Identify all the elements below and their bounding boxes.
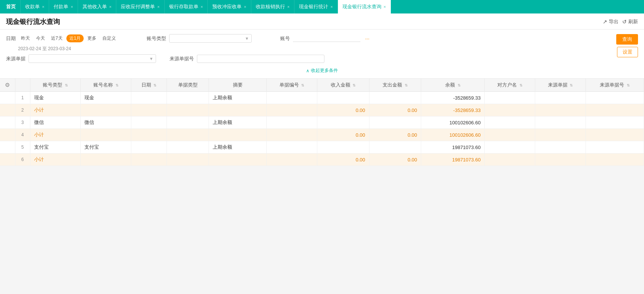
cell-account-name xyxy=(81,129,131,141)
close-ar-adjust-icon[interactable]: × xyxy=(157,4,159,9)
col-expense[interactable]: 支出金额 ⇅ xyxy=(369,79,421,92)
cell-income xyxy=(317,92,369,104)
close-bank-flow-icon[interactable]: × xyxy=(384,4,386,9)
cell-source-doc xyxy=(535,141,586,154)
col-settings[interactable]: ⚙ xyxy=(0,79,15,92)
source-doc-select[interactable]: ▾ xyxy=(29,54,156,63)
date-1month[interactable]: 近1月 xyxy=(66,34,84,42)
page-header: 现金银行流水查询 ↗ 导出 ↺ 刷新 xyxy=(0,13,644,30)
account-type-select[interactable]: ▾ xyxy=(169,34,252,43)
account-no-label: 账号 xyxy=(280,35,290,42)
source-doc-no-label: 来源单据号 xyxy=(170,55,194,62)
table-row[interactable]: 5支付宝支付宝上期余额19871073.60 xyxy=(0,141,644,154)
cell-source-doc-no xyxy=(586,92,644,104)
col-date[interactable]: 日期 ⇅ xyxy=(131,79,167,92)
cell-summary xyxy=(209,154,267,166)
cell-settings xyxy=(0,154,15,166)
cell-counterpart xyxy=(485,116,535,129)
cell-summary: 上期余额 xyxy=(209,141,267,154)
col-income[interactable]: 收入金额 ⇅ xyxy=(317,79,369,92)
col-doc-no[interactable]: 单据编号 ⇅ xyxy=(267,79,317,92)
cell-summary xyxy=(209,129,267,141)
collapse-bar[interactable]: ∧ 收起更多条件 xyxy=(6,66,638,75)
close-bank-deposit-icon[interactable]: × xyxy=(201,4,203,9)
collapse-arrow-icon: ∧ xyxy=(306,68,309,73)
close-write-off-icon[interactable]: × xyxy=(287,4,290,9)
nav-other-income[interactable]: 其他收入单 × xyxy=(78,0,116,13)
col-source-doc[interactable]: 来源单据 ⇅ xyxy=(535,79,586,92)
nav-home[interactable]: 首页 xyxy=(2,0,21,13)
refresh-button[interactable]: ↺ 刷新 xyxy=(622,18,638,25)
filter-area: 日期 昨天 今天 近7天 近1月 更多 自定义 账号类型 ▾ xyxy=(0,30,644,79)
nav-bank-flow[interactable]: 现金银行流水查询 × xyxy=(338,0,391,13)
cell-doc-no xyxy=(267,104,317,116)
nav-ar-adjust[interactable]: 应收应付调整单 × xyxy=(116,0,164,13)
query-button[interactable]: 查询 xyxy=(616,34,638,45)
close-bank-stats-icon[interactable]: × xyxy=(330,4,333,9)
cell-income: 0.00 xyxy=(317,154,369,166)
col-account-name[interactable]: 账号名称 ⇅ xyxy=(81,79,131,92)
source-doc-no-group: 来源单据号 xyxy=(170,55,324,63)
settings-button[interactable]: 设置 xyxy=(617,47,638,57)
table-row[interactable]: 6小计0.000.0019871073.60 xyxy=(0,154,644,166)
cell-account-name: 微信 xyxy=(81,116,131,129)
table-row[interactable]: 1现金现金上期余额-3528659.33 xyxy=(0,92,644,104)
date-options: 昨天 今天 近7天 近1月 更多 自定义 xyxy=(19,34,118,42)
cell-settings xyxy=(0,92,15,104)
table-row[interactable]: 4小计0.000.00100102606.60 xyxy=(0,129,644,141)
source-doc-no-input[interactable] xyxy=(197,55,324,63)
date-label: 日期 xyxy=(6,35,16,42)
header-actions: ↗ 导出 ↺ 刷新 xyxy=(603,18,638,25)
nav-payment[interactable]: 付款单 × xyxy=(49,0,78,13)
cell-date xyxy=(131,92,167,104)
cell-counterpart xyxy=(485,154,535,166)
page-title: 现金银行流水查询 xyxy=(6,17,60,26)
cell-income xyxy=(317,116,369,129)
account-no-ellipsis[interactable]: ··· xyxy=(363,36,371,42)
table-row[interactable]: 3微信微信上期余额100102606.60 xyxy=(0,116,644,129)
nav-receipt[interactable]: 收款单 × xyxy=(21,0,49,13)
cell-balance: -3528659.33 xyxy=(421,92,485,104)
cell-summary: 上期余额 xyxy=(209,92,267,104)
date-custom[interactable]: 自定义 xyxy=(100,34,118,42)
cell-account-type: 微信 xyxy=(30,116,81,129)
col-date-label: 日期 xyxy=(141,82,151,88)
col-source-doc-no-sort-icon: ⇅ xyxy=(627,83,630,87)
col-expense-label: 支出金额 xyxy=(383,82,402,88)
close-payment-icon[interactable]: × xyxy=(71,4,73,9)
cell-account-type: 小计 xyxy=(30,154,81,166)
close-advance-offset-icon[interactable]: × xyxy=(244,4,246,9)
col-summary: 摘要 xyxy=(209,79,267,92)
cell-doc-type xyxy=(167,129,209,141)
col-account-type[interactable]: 账号类型 ⇅ xyxy=(30,79,81,92)
account-no-input[interactable] xyxy=(293,35,360,42)
date-more[interactable]: 更多 xyxy=(85,34,99,42)
nav-bank-deposit[interactable]: 银行存取款单 × xyxy=(165,0,208,13)
source-doc-label: 来源单据 xyxy=(6,55,26,62)
col-doc-no-sort-icon: ⇅ xyxy=(301,83,304,87)
date-7days[interactable]: 近7天 xyxy=(49,34,65,42)
close-other-income-icon[interactable]: × xyxy=(109,4,111,9)
col-source-doc-no[interactable]: 来源单据号 ⇅ xyxy=(586,79,644,92)
collapse-label: 收起更多条件 xyxy=(311,67,338,74)
cell-doc-type xyxy=(167,154,209,166)
close-receipt-icon[interactable]: × xyxy=(42,4,44,9)
col-balance-sort-icon: ⇅ xyxy=(458,83,461,87)
cell-source-doc xyxy=(535,104,586,116)
col-counterpart-sort-icon: ⇅ xyxy=(519,83,522,87)
nav-advance-offset[interactable]: 预收冲应收单 × xyxy=(208,0,251,13)
date-today[interactable]: 今天 xyxy=(34,34,47,42)
nav-write-off[interactable]: 收款核销执行 × xyxy=(251,0,294,13)
col-balance[interactable]: 余额 ⇅ xyxy=(421,79,485,92)
cell-row-num: 2 xyxy=(15,104,30,116)
table-settings-icon[interactable]: ⚙ xyxy=(5,82,10,88)
table-row[interactable]: 2小计0.000.00-3528659.33 xyxy=(0,104,644,116)
nav-bank-stats[interactable]: 现金银行统计 × xyxy=(294,0,338,13)
col-counterpart[interactable]: 对方户名 ⇅ xyxy=(485,79,535,92)
cell-expense: 0.00 xyxy=(369,154,421,166)
cell-doc-type xyxy=(167,104,209,116)
cell-doc-no xyxy=(267,154,317,166)
date-yesterday[interactable]: 昨天 xyxy=(19,34,32,42)
col-source-doc-sort-icon: ⇅ xyxy=(570,83,573,87)
export-button[interactable]: ↗ 导出 xyxy=(603,18,618,25)
